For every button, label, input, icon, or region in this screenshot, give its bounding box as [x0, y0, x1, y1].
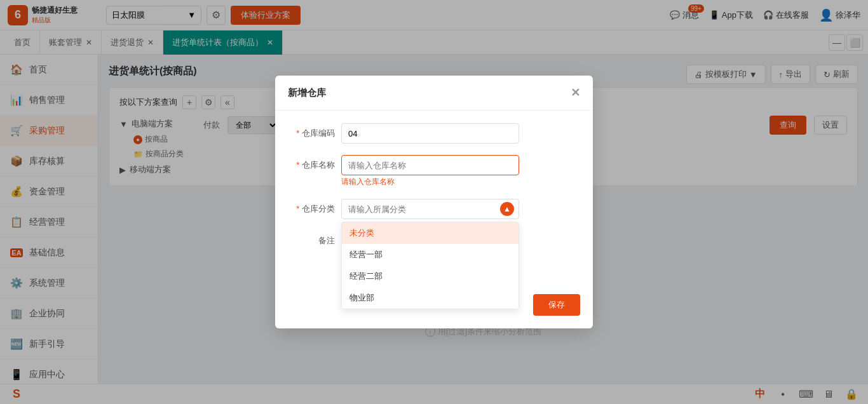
new-warehouse-modal: 新增仓库 ✕ 仓库编码 仓库名称 请输入仓库名称 仓库分类: [275, 76, 593, 328]
warehouse-category-input[interactable]: [341, 199, 519, 219]
warehouse-code-row: 仓库编码: [290, 123, 578, 144]
modal-close-button[interactable]: ✕: [571, 86, 580, 100]
modal-title: 新增仓库: [288, 87, 326, 99]
warehouse-name-wrap: 请输入仓库名称: [341, 155, 578, 187]
warehouse-category-wrap: ▲ 未分类 经营一部 经营二部 物业部: [341, 199, 519, 219]
warehouse-name-input[interactable]: [341, 155, 519, 175]
warehouse-code-input[interactable]: [341, 123, 519, 144]
warehouse-name-label: 仓库名称: [290, 155, 335, 171]
warehouse-category-dropdown: 未分类 经营一部 经营二部 物业部: [341, 222, 519, 309]
modal-body: 仓库编码 仓库名称 请输入仓库名称 仓库分类 ▲ 未分类: [275, 111, 593, 286]
warehouse-category-arrow[interactable]: ▲: [500, 202, 514, 216]
modal-header: 新增仓库 ✕: [275, 76, 593, 111]
warehouse-name-row: 仓库名称 请输入仓库名称: [290, 155, 578, 187]
warehouse-remark-label: 备注: [290, 231, 335, 246]
warehouse-name-error: 请输入仓库名称: [341, 177, 578, 187]
warehouse-code-label: 仓库编码: [290, 123, 335, 139]
modal-save-button[interactable]: 保存: [533, 294, 580, 316]
dropdown-option-dept1[interactable]: 经营一部: [342, 244, 519, 266]
warehouse-category-row: 仓库分类 ▲ 未分类 经营一部 经营二部 物业部: [290, 199, 578, 219]
dropdown-option-dept2[interactable]: 经营二部: [342, 266, 519, 287]
dropdown-option-dept3[interactable]: 物业部: [342, 287, 519, 309]
dropdown-option-unclassified[interactable]: 未分类: [342, 222, 519, 244]
modal-overlay: 新增仓库 ✕ 仓库编码 仓库名称 请输入仓库名称 仓库分类: [0, 0, 868, 404]
warehouse-category-label: 仓库分类: [290, 199, 335, 215]
